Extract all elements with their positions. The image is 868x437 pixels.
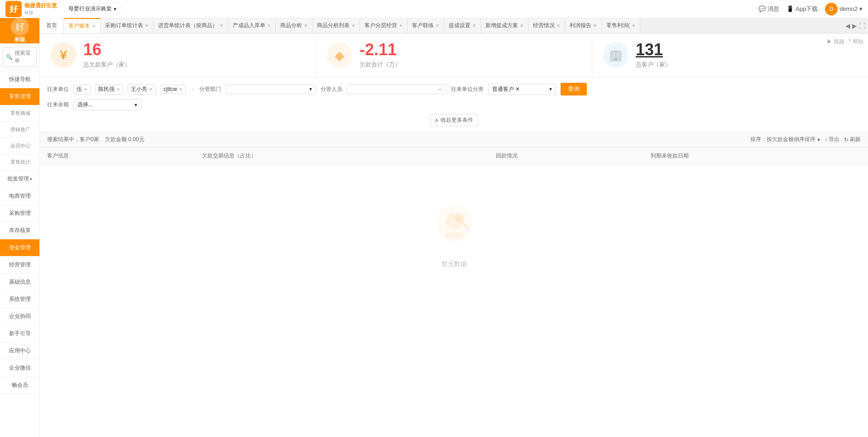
tab-profit-report[interactable]: 利润报告 ✕: [565, 18, 602, 33]
remove-tag-wu[interactable]: ✕: [84, 87, 87, 92]
sidebar-item-enterprise[interactable]: 企业协同: [0, 308, 39, 325]
tab-incoming-stat[interactable]: 进货单统计表（按商品） ✕: [153, 18, 228, 33]
sidebar-item-member2[interactable]: 畅会员: [0, 377, 39, 394]
tab-close-icon[interactable]: ✕: [632, 23, 635, 28]
sidebar-item-newbie[interactable]: 新手引导: [0, 325, 39, 342]
sidebar-item-label: 资金管理: [9, 244, 31, 251]
sort-icon: ▾: [817, 137, 820, 143]
sidebar-item-ecommerce[interactable]: 电商管理: [0, 188, 39, 205]
svg-point-3: [455, 214, 464, 223]
tab-close-icon[interactable]: ✕: [92, 24, 96, 28]
user-name: demo2: [839, 5, 858, 12]
sidebar-item-wholesale[interactable]: 批发管理 ▾: [0, 171, 39, 188]
category-select[interactable]: 普通客户 ✕ ▾: [488, 84, 556, 95]
tab-close-icon[interactable]: ✕: [267, 23, 271, 28]
video-help-button[interactable]: ▶ 视频: [827, 38, 844, 46]
logo-icon[interactable]: 好: [5, 1, 22, 17]
page-content: ¥ 16 总欠款客户（家） ◆ -2.11: [40, 33, 868, 437]
remove-tag-wang[interactable]: ✕: [149, 87, 153, 92]
tab-label: 零售利润(: [606, 22, 630, 29]
stat-label-debt-total: 欠款合计（万）: [360, 61, 401, 69]
stat-text-area2: -2.11 欠款合计（万）: [360, 42, 401, 69]
tab-customer-contact[interactable]: 客户联络 ✕: [408, 18, 444, 33]
tab-scroll-right-button[interactable]: ▶: [852, 22, 857, 29]
top-bar-right: 💬 消息 📱 App下载 D demo2 ▾: [758, 3, 863, 15]
export-icon: ↑: [825, 137, 827, 143]
tab-retail-profit[interactable]: 零售利润( ✕: [602, 18, 640, 33]
sidebar-item-inventory[interactable]: 库存核算: [0, 222, 39, 239]
message-button[interactable]: 💬 消息: [758, 5, 779, 13]
app-download-label: App下载: [796, 5, 818, 13]
account-dropdown[interactable]: 母婴行业演示账套 ▾: [64, 3, 120, 14]
diamond-icon: ◆: [335, 48, 345, 63]
sidebar-item-label: 零售管理: [9, 93, 31, 100]
tab-expand-button[interactable]: ⛶: [859, 22, 865, 29]
tab-close-icon[interactable]: ✕: [399, 23, 403, 28]
sidebar-item-retail[interactable]: 零售管理: [0, 88, 39, 105]
sidebar-item-member[interactable]: 会员中心: [0, 138, 39, 154]
tab-close-icon[interactable]: ✕: [436, 23, 439, 28]
tab-close-icon[interactable]: ✕: [304, 23, 307, 28]
tab-close-icon[interactable]: ✕: [145, 23, 149, 28]
sidebar-item-appcenter[interactable]: 应用中心: [0, 342, 39, 360]
top-bar: 好 畅捷通好生意 标版 母婴行业演示账套 ▾ 💬 消息 📱 App下载 D de…: [0, 0, 868, 18]
remove-tag-chen[interactable]: ✕: [116, 87, 120, 92]
tab-product-analysis-list[interactable]: 商品分析列表 ✕: [312, 18, 360, 33]
sidebar-item-retail-stat[interactable]: 零售统计: [0, 154, 39, 171]
remove-tag-cjttcw[interactable]: ✕: [179, 87, 182, 92]
sidebar-logo[interactable]: 好 标版: [0, 18, 39, 43]
tab-close-icon[interactable]: ✕: [472, 23, 476, 28]
tab-product-analysis[interactable]: 商品分析 ✕: [276, 18, 312, 33]
sidebar-item-retail-mall[interactable]: 零售商城: [0, 105, 39, 122]
tab-home[interactable]: 首页: [40, 18, 64, 33]
search-button[interactable]: 查询: [561, 83, 587, 95]
tab-add-promotion[interactable]: 新增提成方案 ✕: [481, 18, 528, 33]
tab-close-icon[interactable]: ✕: [520, 23, 523, 28]
account-name: 母婴行业演示账套: [68, 5, 112, 13]
tab-customer-account[interactable]: 客户账本 ✕: [64, 18, 101, 33]
tab-close-icon[interactable]: ✕: [220, 23, 223, 28]
collapse-button[interactable]: ∧ 收起更多条件: [430, 114, 478, 126]
sort-select[interactable]: 排序：按欠款金额倒序排序 ▾: [750, 136, 820, 143]
message-label: 消息: [767, 5, 779, 13]
help-button[interactable]: ? 帮助: [848, 38, 863, 46]
department-select[interactable]: ▾: [225, 84, 316, 94]
sidebar-item-guide[interactable]: 快捷导航: [0, 71, 39, 88]
sidebar-item-marketing[interactable]: 营销推广: [0, 122, 39, 138]
sidebar-item-label: 企业微信: [9, 365, 31, 371]
sidebar-item-basic[interactable]: 基础信息: [0, 274, 39, 291]
empty-text: 暂元数据: [441, 260, 467, 268]
sidebar-item-finance[interactable]: 资金管理: [0, 239, 39, 256]
sidebar-item-operations[interactable]: 经营管理: [0, 256, 39, 274]
stat-icon-diamond: ◆: [327, 43, 352, 68]
sort-label: 排序：按欠款金额倒序排序: [750, 136, 815, 143]
app-download-button[interactable]: 📱 App下载: [786, 5, 818, 13]
tab-promotion-settings[interactable]: 提成设置 ✕: [444, 18, 481, 33]
filter-tag-cjttcw: cjttcw ✕: [160, 85, 186, 94]
sidebar-item-system[interactable]: 系统管理: [0, 291, 39, 308]
tab-close-icon[interactable]: ✕: [351, 23, 355, 28]
refresh-button[interactable]: ↻ 刷新: [844, 136, 861, 143]
app-container: 好 畅捷通好生意 标版 母婴行业演示账套 ▾ 💬 消息 📱 App下载 D de…: [0, 0, 868, 437]
tab-scroll-left-button[interactable]: ◀: [845, 22, 850, 29]
tab-close-icon[interactable]: ✕: [593, 23, 597, 28]
balance-select[interactable]: 选择... ▾: [73, 99, 141, 110]
tab-controls: ◀ ▶ ⛶: [843, 22, 868, 29]
company-filter-label: 往来单位: [47, 86, 69, 93]
export-button[interactable]: ↑ 导出: [825, 136, 839, 143]
user-menu[interactable]: D demo2 ▾: [825, 3, 863, 15]
tab-bar: 首页 客户账本 ✕ 采购订单统计表 ✕ 进货单统计表（按商品） ✕ 产成品入库单…: [40, 18, 868, 33]
sidebar-item-wecom[interactable]: 企业微信: [0, 360, 39, 377]
results-actions: 排序：按欠款金额倒序排序 ▾ ↑ 导出 ↻ 刷新: [750, 136, 861, 143]
tab-purchase-order-stat[interactable]: 采购订单统计表 ✕: [101, 18, 153, 33]
more-tags-button[interactable]: ···: [190, 86, 195, 92]
person-select[interactable]: ···: [347, 84, 446, 94]
tab-close-icon[interactable]: ✕: [556, 23, 560, 28]
sidebar-item-label: 经营管理: [9, 261, 31, 268]
tab-business-status[interactable]: 经营情况 ✕: [528, 18, 565, 33]
sidebar-search-button[interactable]: 🔍 搜索菜单: [3, 47, 37, 67]
sidebar-item-label: 畅会员: [12, 382, 28, 388]
tab-production-inbound[interactable]: 产成品入库单 ✕: [228, 18, 276, 33]
sidebar-item-purchase[interactable]: 采购管理: [0, 205, 39, 222]
tab-customer-tier[interactable]: 客户分层经营 ✕: [360, 18, 408, 33]
